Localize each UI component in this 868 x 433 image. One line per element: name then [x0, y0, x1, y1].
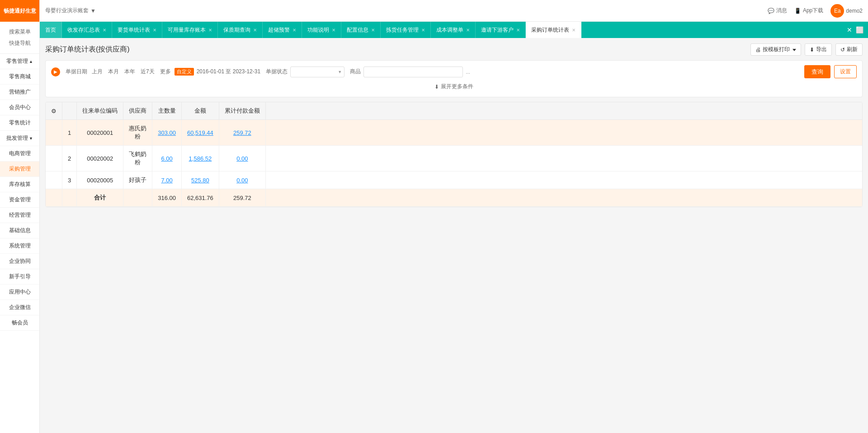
export-button[interactable]: ⬇ 导出	[805, 43, 832, 56]
sidebar-item-purchase[interactable]: 采购管理	[0, 162, 39, 177]
sidebar-item-retail[interactable]: 零售管理 ▲	[0, 54, 39, 69]
date-shortcut-this-year[interactable]: 本年	[123, 67, 137, 76]
tab-close-icon[interactable]: ✕	[208, 28, 212, 33]
sidebar-item-system[interactable]: 系统管理	[0, 238, 39, 254]
query-button[interactable]: 查询	[804, 65, 830, 78]
quantity-link[interactable]: 7.00	[161, 177, 172, 184]
sidebar-item-guide[interactable]: 新手引导	[0, 269, 39, 285]
tab-invite-downstream[interactable]: 邀请下游客户 ✕	[476, 22, 526, 38]
td-paid-amount: 0.00	[219, 146, 265, 171]
sidebar-item-app-center[interactable]: 应用中心	[0, 285, 39, 300]
sidebar-item-inventory[interactable]: 库存核算	[0, 177, 39, 192]
th-index	[62, 102, 77, 120]
paid-link[interactable]: 0.00	[236, 155, 248, 162]
breadcrumb-arrow-icon[interactable]: ▼	[90, 8, 96, 14]
tab-usable-inventory[interactable]: 可用量库存账本 ✕	[162, 22, 218, 38]
th-settings[interactable]: ⚙	[46, 102, 62, 120]
date-custom-tag[interactable]: 自定义	[175, 68, 194, 76]
tab-picking-task[interactable]: 拣货任务管理 ✕	[381, 22, 431, 38]
message-button[interactable]: 💬 消息	[768, 7, 787, 14]
tab-close-icon[interactable]: ✕	[253, 28, 257, 33]
sidebar-item-finance[interactable]: 资金管理	[0, 192, 39, 208]
date-shortcut-this-month[interactable]: 本月	[106, 67, 121, 76]
td-supplier-code: 00020002	[77, 146, 123, 171]
tab-close-icon[interactable]: ✕	[371, 28, 375, 33]
table-row[interactable]: 1 00020001 惠氏奶粉 303.00 60,519.44 259.72	[46, 120, 862, 146]
td-extra	[265, 146, 862, 171]
quantity-link[interactable]: 6.00	[161, 155, 172, 162]
status-select[interactable]	[290, 67, 344, 77]
sidebar-shortcut-item[interactable]: 快捷导航	[4, 38, 36, 49]
amount-link[interactable]: 60,519.44	[187, 129, 213, 136]
sidebar-item-retail-shop[interactable]: 零售商城	[0, 69, 39, 85]
filter-collapse-button[interactable]: ▶	[51, 67, 60, 76]
tab-overstock-warning[interactable]: 超储预警 ✕	[263, 22, 302, 38]
sidebar-item-operation[interactable]: 经营管理	[0, 208, 39, 223]
tab-close-all-button[interactable]: ✕	[846, 25, 853, 34]
refresh-icon: ↺	[840, 47, 845, 53]
tab-function-desc[interactable]: 功能说明 ✕	[302, 22, 341, 38]
breadcrumb: 母婴行业演示账套 ▼	[45, 7, 764, 14]
app-download-button[interactable]: 📱 App下载	[794, 7, 823, 14]
td-extra	[265, 171, 862, 189]
sidebar-item-basic[interactable]: 基础信息	[0, 223, 39, 238]
tab-home[interactable]: 首页	[40, 22, 62, 38]
quantity-link[interactable]: 303.00	[158, 129, 176, 136]
tab-close-icon[interactable]: ✕	[292, 28, 296, 33]
date-shortcut-more[interactable]: 更多	[158, 67, 173, 76]
th-quantity: 主数量	[152, 102, 182, 120]
tab-receive-summary[interactable]: 收发存汇总表 ✕	[62, 22, 112, 38]
td-paid-amount: 259.72	[219, 120, 265, 146]
goods-input[interactable]	[363, 67, 463, 77]
filter-settings-button[interactable]: 设置	[834, 65, 857, 78]
print-button[interactable]: 🖨 按模板打印	[750, 43, 801, 56]
tab-close-icon[interactable]: ✕	[332, 28, 335, 33]
tab-close-icon[interactable]: ✕	[421, 28, 425, 33]
tab-shelf-life[interactable]: 保质期查询 ✕	[218, 22, 263, 38]
retail-arrow-icon: ▲	[29, 59, 33, 64]
tab-close-icon[interactable]: ✕	[153, 28, 156, 33]
tab-close-icon[interactable]: ✕	[466, 28, 470, 33]
sidebar-item-ecommerce[interactable]: 电商管理	[0, 146, 39, 162]
tab-maximize-button[interactable]: ⬜	[855, 25, 864, 34]
expand-more-button[interactable]: ⬇ 展开更多条件	[434, 83, 473, 90]
message-icon: 💬	[768, 8, 774, 14]
paid-link[interactable]: 259.72	[233, 129, 251, 136]
table-row[interactable]: 3 00020005 好孩子 7.00 525.80 0.00	[46, 171, 862, 189]
page-header: 采购订单统计表(按供应商) 🖨 按模板打印 ⬇ 导出 ↺ 刷新	[45, 43, 863, 56]
refresh-button[interactable]: ↺ 刷新	[835, 43, 863, 56]
tab-close-icon[interactable]: ✕	[516, 28, 520, 33]
td-supplier-name: 飞鹤奶粉	[123, 146, 152, 171]
sidebar-item-wechat[interactable]: 企业微信	[0, 300, 39, 315]
tab-purchase-stats[interactable]: 采购订单统计表 ✕	[526, 22, 581, 38]
user-avatar[interactable]: Ea demo2	[830, 4, 863, 18]
goods-more-button[interactable]: ...	[466, 69, 470, 75]
td-supplier-code: 00020005	[77, 171, 123, 189]
amount-link[interactable]: 1,586.52	[189, 155, 212, 162]
sidebar: 畅捷通好生意 搜索菜单 快捷导航 零售管理 ▲ 零售商城 营销推广 会员中心 零…	[0, 0, 40, 433]
tab-config-info[interactable]: 配置信息 ✕	[341, 22, 381, 38]
app-logo: 畅捷通好生意	[0, 0, 39, 22]
footer-amount: 62,631.76	[182, 189, 219, 207]
date-shortcut-7days[interactable]: 近7天	[139, 67, 156, 76]
tab-goods-stats[interactable]: 要货单统计表 ✕	[112, 22, 162, 38]
sidebar-search-item[interactable]: 搜索菜单	[4, 26, 36, 38]
tab-close-icon[interactable]: ✕	[103, 28, 106, 33]
td-quantity: 6.00	[152, 146, 182, 171]
tab-close-active-icon[interactable]: ✕	[572, 28, 576, 33]
sidebar-item-enterprise[interactable]: 企业协同	[0, 254, 39, 269]
sidebar-item-marketing[interactable]: 营销推广	[0, 85, 39, 100]
filter-status-item: 单据状态	[266, 67, 344, 77]
filter-expand-row: ⬇ 展开更多条件	[51, 81, 857, 92]
td-index: 1	[62, 120, 77, 146]
sidebar-item-wholesale[interactable]: 批发管理 ▼	[0, 131, 39, 146]
sidebar-item-member[interactable]: 会员中心	[0, 100, 39, 115]
tab-cost-adjust[interactable]: 成本调整单 ✕	[431, 22, 476, 38]
sidebar-item-vip[interactable]: 畅会员	[0, 315, 39, 331]
amount-link[interactable]: 525.80	[191, 177, 209, 184]
date-shortcut-last-month[interactable]: 上月	[90, 67, 104, 76]
page-content: 采购订单统计表(按供应商) 🖨 按模板打印 ⬇ 导出 ↺ 刷新	[40, 38, 868, 433]
table-row[interactable]: 2 00020002 飞鹤奶粉 6.00 1,586.52 0.00	[46, 146, 862, 171]
paid-link[interactable]: 0.00	[236, 177, 248, 184]
sidebar-item-retail-stats[interactable]: 零售统计	[0, 115, 39, 131]
